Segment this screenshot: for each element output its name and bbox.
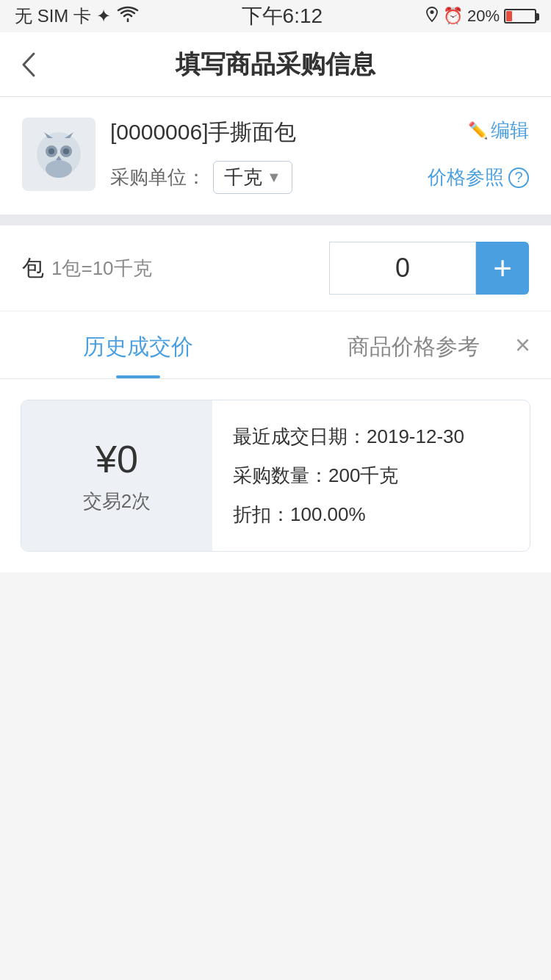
history-card: ¥0 交易2次 最近成交日期：2019-12-30 采购数量：200千克 折扣：… [21,400,530,552]
trade-count: 交易2次 [83,489,151,514]
discount-row: 折扣：100.00% [233,500,509,529]
price-ref-button[interactable]: 价格参照 ? [428,165,529,190]
quantity-controls: 0 + [329,242,529,295]
product-header: [0000006]手撕面包 ✏️ 编辑 [110,118,529,148]
svg-point-0 [430,10,433,14]
quantity-label: 包 1包=10千克 [22,253,152,284]
card-detail-section: 最近成交日期：2019-12-30 采购数量：200千克 折扣：100.00% [212,400,530,551]
status-left: 无 SIM 卡 ✦ [15,4,139,28]
chevron-down-icon: ▼ [267,169,281,186]
status-right: ⏰ 20% [425,6,536,26]
back-button[interactable] [21,51,37,79]
alarm-icon: ⏰ [443,7,463,26]
page-background [0,572,551,980]
page-title: 填写商品采购信息 [176,48,375,82]
card-price-section: ¥0 交易2次 [21,400,212,551]
status-bar: 无 SIM 卡 ✦ 下午6:12 ⏰ 20% [0,0,551,32]
unit-select[interactable]: 千克 ▼ [213,161,292,194]
quantity-plus-button[interactable]: + [476,242,529,295]
nav-bar: 填写商品采购信息 [0,32,551,97]
purchase-unit-row: 采购单位： 千克 ▼ 价格参照 ? [110,161,529,194]
product-name: [0000006]手撕面包 [110,118,296,148]
purchase-qty-row: 采购数量：200千克 [233,461,509,490]
unit-selector-group: 采购单位： 千克 ▼ [110,161,292,194]
tabs-row: 历史成交价 商品价格参考 × [0,311,551,379]
quantity-input[interactable]: 0 [329,242,476,295]
svg-point-4 [48,148,54,154]
tab-history-price[interactable]: 历史成交价 [0,311,276,378]
wifi-icon [117,6,139,26]
edit-icon: ✏️ [468,121,488,140]
sim-status: 无 SIM 卡 ✦ [15,4,111,28]
quantity-row: 包 1包=10千克 0 + [0,226,551,311]
battery-icon [504,9,536,24]
battery-percent: 20% [467,7,500,26]
recent-date-row: 最近成交日期：2019-12-30 [233,422,509,451]
history-content: ¥0 交易2次 最近成交日期：2019-12-30 采购数量：200千克 折扣：… [0,379,551,572]
product-info: [0000006]手撕面包 ✏️ 编辑 采购单位： 千克 ▼ 价格参照 ? [110,118,529,194]
close-button[interactable]: × [515,330,530,361]
svg-point-5 [63,148,69,154]
product-thumbnail [22,118,96,191]
svg-point-9 [46,160,72,178]
tab-product-price-ref[interactable]: 商品价格参考 [276,311,551,378]
section-divider [0,215,551,226]
product-section: [0000006]手撕面包 ✏️ 编辑 采购单位： 千克 ▼ 价格参照 ? [0,97,551,215]
tab-underline [116,375,160,378]
status-time: 下午6:12 [242,2,323,30]
bottom-panel: 历史成交价 商品价格参考 × ¥0 交易2次 最近成交日期：2019-12-30… [0,311,551,572]
history-price: ¥0 [96,437,138,481]
edit-button[interactable]: ✏️ 编辑 [468,118,529,143]
location-icon [425,6,439,26]
help-icon: ? [508,167,529,188]
